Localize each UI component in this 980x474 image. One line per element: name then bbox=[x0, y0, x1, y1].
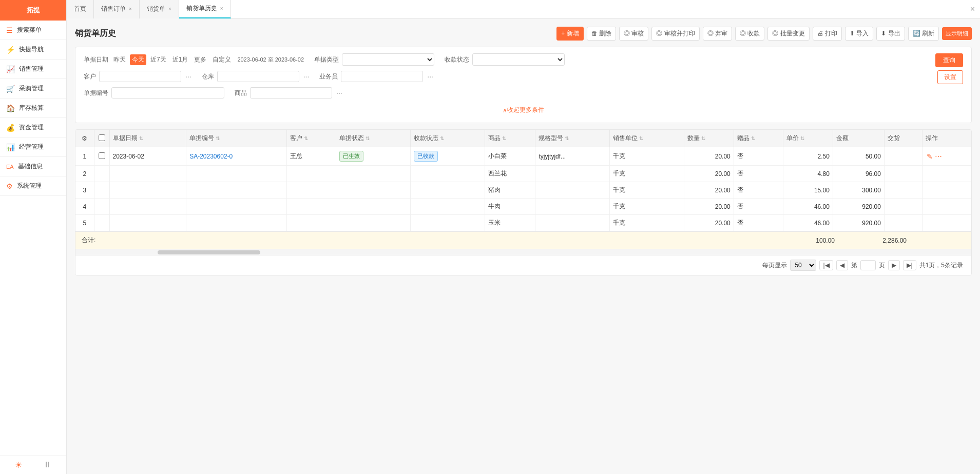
tab-sales-delivery-close[interactable]: × bbox=[168, 6, 171, 12]
collapse-button[interactable]: ∧ 收起更多条件 bbox=[501, 104, 546, 116]
sort-unit[interactable]: 销售单位 ⇅ bbox=[613, 134, 681, 143]
sidebar-item-purchase[interactable]: 🛒 采购管理 bbox=[0, 79, 66, 98]
date-range-text: 2023-06-02 至 2023-06-02 bbox=[237, 56, 304, 64]
filter-row-1: 单据日期 昨天 今天 近7天 近1月 更多 自定义 2023-06-02 至 2… bbox=[84, 53, 927, 66]
scrollbar-thumb[interactable] bbox=[158, 250, 260, 254]
shortcut-yesterday[interactable]: 昨天 bbox=[111, 54, 128, 65]
more-action[interactable]: ⋯ bbox=[935, 152, 942, 161]
filter-product-label: 商品 bbox=[235, 89, 247, 97]
operations-icon: 📊 bbox=[6, 143, 15, 151]
settings-button[interactable]: 设置 bbox=[937, 70, 963, 84]
per-page-select[interactable]: 50 100 bbox=[790, 260, 816, 271]
sort-qty[interactable]: 数量 ⇅ bbox=[687, 134, 731, 143]
th-settings[interactable]: ⚙ bbox=[75, 130, 94, 147]
receive-button[interactable]: ◎ 收款 bbox=[735, 27, 764, 41]
sort-number[interactable]: 单据编号 ⇅ bbox=[189, 134, 283, 143]
first-page-button[interactable]: |◀ bbox=[819, 260, 833, 270]
new-button[interactable]: + 新增 bbox=[556, 27, 583, 41]
tab-sales-order-close[interactable]: × bbox=[129, 6, 132, 12]
sort-doc-status[interactable]: 单据状态 ⇅ bbox=[339, 134, 407, 143]
filter-doc-type-select[interactable] bbox=[342, 53, 434, 66]
tab-home[interactable]: 首页 bbox=[67, 0, 94, 18]
sort-number-icon: ⇅ bbox=[216, 135, 220, 141]
warehouse-dots[interactable]: ··· bbox=[303, 72, 310, 81]
filter-customer-input[interactable] bbox=[99, 71, 181, 82]
sort-gift[interactable]: 赠品 ⇅ bbox=[737, 134, 780, 143]
filter-docnum-input[interactable] bbox=[111, 87, 224, 98]
sidebar-item-sales[interactable]: 📈 销售管理 bbox=[0, 60, 66, 79]
sort-receive-status[interactable]: 收款状态 ⇅ bbox=[414, 134, 482, 143]
import-button[interactable]: ⬆ 导入 bbox=[845, 27, 873, 41]
horizontal-scrollbar[interactable] bbox=[75, 249, 971, 255]
batch-change-button[interactable]: ◎ 批量变更 bbox=[767, 27, 809, 41]
sort-price-icon: ⇅ bbox=[800, 135, 804, 141]
sidebar-item-inventory[interactable]: 🏠 库存核算 bbox=[0, 98, 66, 118]
export-button[interactable]: ⬇ 导出 bbox=[876, 27, 905, 41]
prev-page-button[interactable]: ◀ bbox=[836, 260, 848, 270]
shortcut-1month[interactable]: 近1月 bbox=[170, 54, 190, 65]
sort-customer[interactable]: 客户 ⇅ bbox=[290, 134, 333, 143]
th-checkbox[interactable] bbox=[94, 130, 109, 147]
tab-close-all[interactable]: × bbox=[970, 5, 980, 14]
tab-sales-order[interactable]: 销售订单 × bbox=[94, 0, 140, 18]
agent-dots[interactable]: ··· bbox=[427, 72, 433, 81]
shortcut-more[interactable]: 更多 bbox=[192, 54, 208, 65]
cell-checkbox[interactable] bbox=[94, 166, 109, 182]
shortcut-custom[interactable]: 自定义 bbox=[210, 54, 233, 65]
sidebar-item-inventory-label: 库存核算 bbox=[19, 104, 44, 112]
display-detail-button[interactable]: 显示明细 bbox=[942, 27, 972, 40]
audit-button[interactable]: ◎ 审核 bbox=[619, 27, 648, 41]
sidebar-item-system[interactable]: ⚙ 系统管理 bbox=[0, 176, 66, 196]
query-button[interactable]: 查询 bbox=[935, 53, 963, 67]
table-container: ⚙ 单据日期 ⇅ 单据编号 bbox=[75, 129, 972, 275]
shortcut-7days[interactable]: 近7天 bbox=[148, 54, 168, 65]
tab-sales-history[interactable]: 销货单历史 × bbox=[179, 0, 231, 18]
sort-price[interactable]: 单价 ⇅ bbox=[786, 134, 830, 143]
sort-spec[interactable]: 规格型号 ⇅ bbox=[539, 134, 606, 143]
row-checkbox[interactable] bbox=[99, 152, 105, 159]
th-action: 操作 bbox=[923, 130, 971, 147]
abandon-button[interactable]: ◎ 弃审 bbox=[703, 27, 732, 41]
last-page-button[interactable]: ▶| bbox=[903, 260, 916, 270]
sort-date[interactable]: 单据日期 ⇅ bbox=[113, 134, 183, 143]
th-qty: 数量 ⇅ bbox=[684, 130, 734, 147]
cell-checkbox[interactable] bbox=[94, 182, 109, 199]
cell-checkbox[interactable] bbox=[94, 147, 109, 166]
shortcut-today[interactable]: 今天 bbox=[130, 54, 146, 65]
sidebar-item-finance[interactable]: 💰 资金管理 bbox=[0, 118, 66, 137]
tab-sales-history-close[interactable]: × bbox=[220, 6, 223, 11]
filter-warehouse-input[interactable] bbox=[217, 71, 299, 82]
sidebar-item-operations[interactable]: 📊 经营管理 bbox=[0, 137, 66, 157]
sidebar-bottom-icon2[interactable]: ⏸ bbox=[43, 460, 51, 470]
sidebar-item-quick-nav[interactable]: ⚡ 快捷导航 bbox=[0, 40, 66, 60]
sidebar-item-search[interactable]: ☰ 搜索菜单 bbox=[0, 21, 66, 40]
delete-button[interactable]: 🗑 删除 bbox=[587, 27, 616, 41]
print-button[interactable]: 🖨 打印 bbox=[813, 27, 842, 41]
cell-customer: 王总 bbox=[286, 147, 336, 166]
settings-icon[interactable]: ⚙ bbox=[82, 135, 87, 142]
filter-product-input[interactable] bbox=[250, 87, 332, 98]
tab-sales-order-label: 销售订单 bbox=[101, 5, 126, 13]
sort-product[interactable]: 商品 ⇅ bbox=[488, 134, 532, 143]
current-page-input[interactable]: 1 bbox=[860, 260, 876, 270]
sidebar-item-quick-nav-label: 快捷导航 bbox=[19, 45, 44, 54]
filter-agent-input[interactable] bbox=[341, 71, 423, 82]
edit-action[interactable]: ✎ bbox=[927, 152, 933, 161]
cell-checkbox[interactable] bbox=[94, 215, 109, 231]
refresh-button[interactable]: 🔄 刷新 bbox=[908, 27, 939, 41]
search-menu-icon: ☰ bbox=[6, 26, 13, 34]
sidebar-bottom-icon1[interactable]: ☀ bbox=[15, 460, 22, 470]
filter-date-item: 单据日期 昨天 今天 近7天 近1月 更多 自定义 2023-06-02 至 2… bbox=[84, 54, 304, 65]
audit-print-button[interactable]: ◎ 审核并打印 bbox=[651, 27, 699, 41]
sidebar-item-base-info[interactable]: EA 基础信息 bbox=[0, 157, 66, 176]
select-all-checkbox[interactable] bbox=[99, 134, 105, 141]
sort-qty-icon: ⇅ bbox=[701, 135, 705, 141]
customer-dots[interactable]: ··· bbox=[185, 72, 191, 81]
th-gift: 赠品 ⇅ bbox=[734, 130, 783, 147]
cell-checkbox[interactable] bbox=[94, 199, 109, 215]
table-header-row: ⚙ 单据日期 ⇅ 单据编号 bbox=[75, 130, 971, 147]
tab-sales-delivery[interactable]: 销货单 × bbox=[140, 0, 179, 18]
next-page-button[interactable]: ▶ bbox=[888, 260, 900, 270]
filter-receive-status-select[interactable] bbox=[472, 53, 565, 66]
product-dots[interactable]: ··· bbox=[336, 89, 342, 97]
